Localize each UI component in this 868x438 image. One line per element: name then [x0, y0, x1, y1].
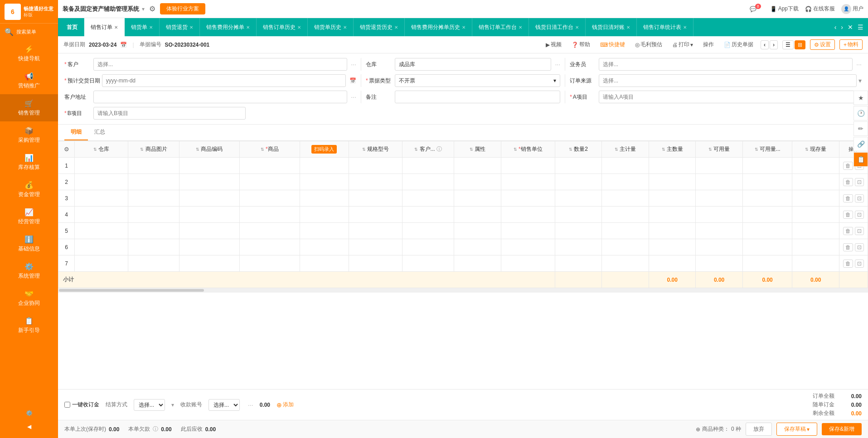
tab-reconciliation[interactable]: 钱货日清对账 ✕ — [586, 18, 637, 36]
th-main-qty[interactable]: ⇅ 主数量 — [649, 141, 695, 158]
sidebar-item-quick-nav[interactable]: ⚡ 快捷导航 — [0, 40, 58, 67]
address-input[interactable] — [93, 91, 347, 103]
tab-home[interactable]: 首页 — [60, 18, 84, 36]
row-spec-1[interactable] — [349, 158, 402, 174]
right-panel-btn-2[interactable]: 🕐 — [853, 106, 868, 120]
sidebar-item-sales[interactable]: 🛒 销售管理 — [0, 94, 58, 121]
th-customer-code[interactable]: ⇅ 客户... ⓘ — [402, 141, 454, 158]
shortcut-btn[interactable]: ⌨ 快捷键 — [597, 40, 628, 49]
tab-stats[interactable]: 销售订单统计表 ✕ — [637, 18, 693, 36]
warehouse-more-btn[interactable]: ··· — [555, 61, 560, 68]
copy-row-6-btn[interactable]: ⊡ — [855, 243, 864, 251]
th-unit[interactable]: ⇅ *销售单位 — [501, 141, 555, 158]
row-available2-1[interactable] — [742, 158, 792, 174]
next-record-btn[interactable]: › — [770, 40, 778, 49]
tab-close-sales-invoice[interactable]: ✕ — [149, 25, 153, 30]
bank-account-more-btn[interactable]: ··· — [248, 401, 253, 409]
sidebar-item-finance[interactable]: 💰 资金管理 — [0, 176, 58, 203]
history-btn[interactable]: 📄 历史单据 — [721, 40, 756, 49]
app-download-btn[interactable]: 📱 App下载 — [770, 5, 799, 13]
tab-sales-expense[interactable]: 销售费用分摊单 ✕ — [200, 18, 257, 36]
row-code-1[interactable] — [179, 158, 239, 174]
tab-detail[interactable]: 明细 — [64, 125, 88, 140]
column-settings-icon[interactable]: ⚙ — [64, 146, 69, 153]
bank-account-select[interactable]: 选择... — [209, 399, 240, 411]
row-main-unit-1[interactable] — [602, 158, 649, 174]
th-warehouse[interactable]: ⇅ 仓库 — [75, 141, 128, 158]
debit-info-icon[interactable]: ⓘ — [153, 425, 158, 433]
tab-next-btn[interactable]: › — [839, 24, 845, 31]
copy-row-3-btn[interactable]: ⊡ — [855, 194, 864, 202]
tab-sales-invoice[interactable]: 销货单 ✕ — [125, 18, 160, 36]
sidebar-item-inventory[interactable]: 📊 库存核算 — [0, 149, 58, 176]
row-image-1[interactable] — [128, 158, 179, 174]
add-deposit-btn[interactable]: ⊕ 添加 — [276, 401, 294, 409]
horizontal-scrollbar[interactable] — [58, 288, 868, 293]
th-available2[interactable]: ⇅ 可用量... — [742, 141, 792, 158]
tab-close-order-history[interactable]: ✕ — [297, 25, 301, 30]
customer-input[interactable] — [93, 58, 347, 71]
calendar-icon[interactable]: 📅 — [120, 42, 127, 48]
copy-row-7-btn[interactable]: ⊡ — [855, 260, 864, 268]
tab-close-all-btn[interactable]: ✕ — [845, 24, 855, 31]
customer-more-btn[interactable]: ··· — [351, 61, 356, 68]
sidebar-item-basic[interactable]: ℹ️ 基础信息 — [0, 230, 58, 257]
sidebar-item-system[interactable]: ⚙️ 系统管理 — [0, 257, 58, 284]
th-available[interactable]: ⇅ 可用量 — [696, 141, 742, 158]
profit-btn[interactable]: ◎ 毛利预估 — [632, 40, 665, 49]
tab-close-sales-return[interactable]: ✕ — [189, 25, 193, 30]
sidebar-settings-btn[interactable]: ⚙️ — [0, 406, 58, 420]
th-code[interactable]: ⇅ 商品编码 — [179, 141, 239, 158]
save-draft-btn[interactable]: 保存草稿 ▾ — [776, 423, 817, 436]
delete-row-6-btn[interactable]: 🗑 — [843, 243, 853, 251]
system-gear-icon[interactable]: ⚙ — [149, 5, 155, 13]
list-view-btn[interactable]: ☰ — [782, 40, 794, 49]
copy-row-4-btn[interactable]: ⊡ — [855, 211, 864, 219]
tab-close-sales-expense[interactable]: ✕ — [246, 25, 250, 30]
date-value[interactable]: 2023-03-24 — [89, 42, 116, 48]
order-source-input[interactable] — [599, 74, 857, 87]
one-click-deposit-checkbox[interactable]: 一键收订金 — [64, 401, 99, 409]
sidebar-item-marketing[interactable]: 📢 营销推广 — [0, 67, 58, 94]
sidebar-item-purchase[interactable]: 📦 采购管理 — [0, 121, 58, 149]
tab-menu-btn[interactable]: ☰ — [855, 24, 866, 31]
action-btn[interactable]: 操作 — [700, 40, 717, 49]
tab-sales-order[interactable]: 销售订单 ✕ — [84, 18, 125, 36]
prev-record-btn[interactable]: ‹ — [761, 40, 769, 49]
copy-row-5-btn[interactable]: ⊡ — [855, 227, 864, 235]
row-product-1[interactable] — [239, 158, 300, 174]
tab-sales-order-history[interactable]: 销售订单历史 ✕ — [257, 18, 308, 36]
delete-row-5-btn[interactable]: 🗑 — [843, 227, 853, 235]
tab-close-reconciliation[interactable]: ✕ — [626, 25, 630, 30]
save-new-btn[interactable]: 保存&新增 — [822, 423, 862, 435]
th-main-unit[interactable]: ⇅ 主计量 — [602, 141, 649, 158]
system-dropdown-arrow[interactable]: ▾ — [142, 6, 145, 12]
online-service-btn[interactable]: 🎧 在线客服 — [805, 5, 835, 13]
one-click-deposit-check[interactable] — [64, 402, 70, 408]
tab-close-stats[interactable]: ✕ — [683, 25, 687, 30]
delete-row-7-btn[interactable]: 🗑 — [843, 260, 853, 268]
row-stock-1[interactable] — [792, 158, 839, 174]
payment-method-select[interactable]: 选择... — [134, 399, 165, 411]
th-attribute[interactable]: ⇅ 属性 — [454, 141, 501, 158]
help-btn[interactable]: ❓ 帮助 — [569, 40, 593, 49]
a-project-input[interactable] — [599, 91, 862, 103]
row-main-qty-1[interactable] — [649, 158, 695, 174]
delete-row-3-btn[interactable]: 🗑 — [843, 194, 853, 202]
sidebar-item-operation[interactable]: 📈 经营管理 — [0, 203, 58, 230]
row-unit-1[interactable] — [501, 158, 555, 174]
right-panel-btn-5[interactable]: 📋 — [853, 152, 868, 167]
delivery-calendar-icon[interactable]: 📅 — [349, 77, 356, 84]
tab-return-history[interactable]: 销货退货历史 ✕ — [354, 18, 405, 36]
right-panel-btn-4[interactable]: 🔗 — [853, 137, 868, 151]
user-avatar[interactable]: 👤 用户 — [841, 4, 863, 14]
row-qty2-1[interactable] — [555, 158, 601, 174]
warehouse-input[interactable] — [395, 58, 552, 71]
th-image[interactable]: ⇅ 商品图片 — [128, 141, 179, 158]
row-attribute-1[interactable] — [454, 158, 501, 174]
tab-close-daily-workbench[interactable]: ✕ — [575, 25, 579, 30]
discard-btn[interactable]: 放弃 — [746, 423, 772, 436]
form-view-btn[interactable]: ⊞ — [795, 40, 805, 49]
scan-barcode-btn[interactable]: 扫码录入 — [311, 145, 337, 154]
sidebar-collapse-btn[interactable]: ◀ — [0, 420, 58, 433]
